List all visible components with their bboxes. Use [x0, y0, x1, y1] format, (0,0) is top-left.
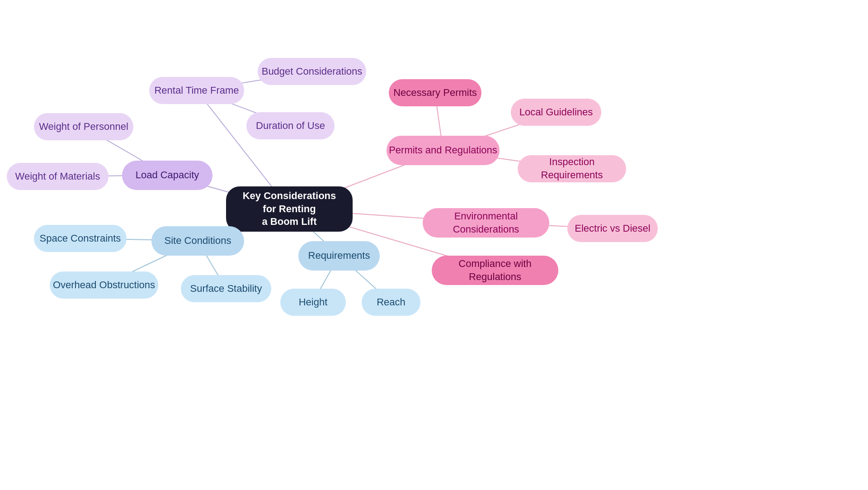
compliance-node: Compliance with Regulations	[432, 256, 558, 285]
height-node: Height	[280, 289, 346, 316]
duration-node: Duration of Use	[246, 112, 335, 139]
inspection-requirements-node: Inspection Requirements	[518, 155, 626, 182]
necessary-permits-node: Necessary Permits	[389, 79, 481, 106]
budget-node: Budget Considerations	[258, 58, 366, 85]
overhead-node: Overhead Obstructions	[50, 271, 158, 299]
site-conditions-node: Site Conditions	[151, 226, 244, 256]
load-capacity-node: Load Capacity	[122, 161, 212, 190]
surface-stability-node: Surface Stability	[181, 275, 271, 302]
electric-diesel-node: Electric vs Diesel	[567, 215, 658, 242]
environmental-node: Environmental Considerations	[423, 208, 549, 238]
weight-materials-node: Weight of Materials	[7, 163, 108, 190]
requirements-node: Requirements	[298, 241, 380, 271]
local-guidelines-node: Local Guidelines	[511, 99, 601, 126]
space-constraints-node: Space Constraints	[34, 225, 127, 252]
reach-node: Reach	[362, 289, 420, 316]
weight-personnel-node: Weight of Personnel	[34, 113, 133, 140]
center-node: Key Considerations for Renting a Boom Li…	[226, 186, 353, 232]
connection-lines	[0, 0, 868, 490]
permits-regulations-node: Permits and Regulations	[387, 136, 500, 165]
rental-timeframe-node: Rental Time Frame	[149, 77, 244, 104]
